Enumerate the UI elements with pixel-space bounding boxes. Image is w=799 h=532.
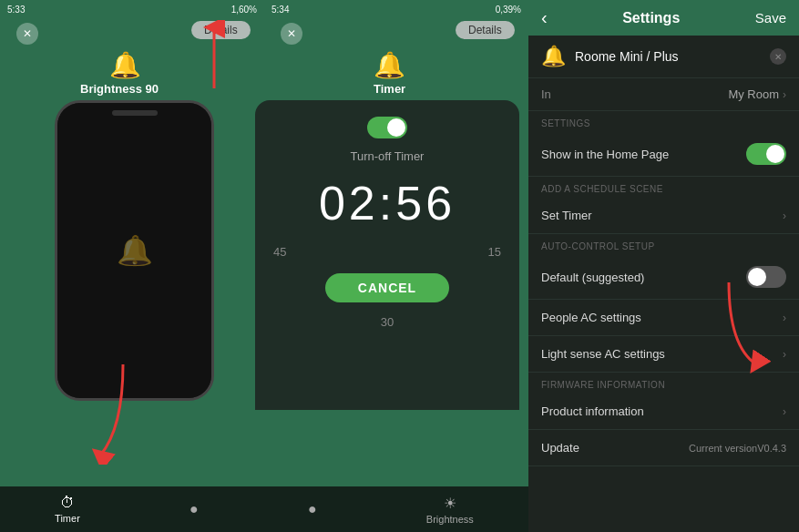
back-button[interactable]: ‹ [541,7,548,28]
left-panel: 5:33 1,60% 5:34 0,39% ✕ ✕ Details Detail… [0,0,528,532]
section-header-auto: AUTO-CONTROL SETUP [528,234,799,255]
close-button-1[interactable]: ✕ [16,23,38,45]
room-name: My Room [728,87,779,101]
show-home-toggle[interactable] [746,143,786,165]
in-label: In [541,87,551,101]
turn-off-timer-label: Turn-off Timer [351,149,425,163]
section-header-firmware: FIRMWARE INFORMATION [528,373,799,394]
status-bar-middle: 5:34 0,39% [264,0,528,18]
light-sense-row[interactable]: Light sense AC settings › [528,336,799,373]
device-name-input[interactable] [575,49,761,64]
phone-notch [112,110,158,116]
light-sense-label: Light sense AC settings [541,347,665,361]
people-ac-row[interactable]: People AC settings › [528,300,799,336]
brightness-label: Brightness 90 [80,82,159,96]
right-panel: ‹ Settings Save 🔔 ✕ In My Room › SETTING… [528,0,799,532]
in-value: My Room › [728,87,786,101]
cancel-button[interactable]: CANCEL [325,273,449,302]
product-info-chevron: › [783,405,786,418]
time-middle: 5:34 [271,5,289,15]
signal-middle: 0,39% [496,5,521,15]
clear-button[interactable]: ✕ [770,48,786,65]
update-label: Update [541,441,579,455]
product-info-label: Product information [541,404,644,418]
signal-left: 1,60% [231,5,257,15]
save-button[interactable]: Save [755,10,786,26]
close-button-2[interactable]: ✕ [281,23,302,45]
timer-panel: Turn-off Timer 02:56 45 15 CANCEL 30 [255,100,519,410]
device-name-row: 🔔 ✕ [528,36,799,78]
timer-tab-label: Timer [55,513,80,524]
timer-display: 02:56 [319,176,456,230]
in-chevron: › [783,88,786,101]
timer-tab-icon: ⏱ [60,495,75,511]
set-timer-chevron: › [783,210,786,222]
timer-num-right: 15 [488,245,501,259]
set-timer-row[interactable]: Set Timer › [528,198,799,234]
bell-icon-2: 🔔 [374,50,405,80]
phone-screen: 🔔 [57,103,211,398]
light-sense-chevron: › [783,348,786,361]
tab-brightness[interactable]: ☀ Brightness [426,495,474,525]
phone-frame: 🔔 [55,100,214,401]
status-bar-left: 5:33 1,60% [0,0,264,18]
tab-dot-1[interactable]: ● [190,501,199,517]
timer-num-bottom: 30 [381,315,394,329]
default-suggested-toggle[interactable] [746,266,786,288]
show-home-label: Show in the Home Page [541,148,669,161]
details-button-1[interactable]: Details [191,21,251,39]
people-ac-label: People AC settings [541,311,641,324]
people-ac-chevron: › [783,312,786,324]
default-suggested-row: Default (suggested) [528,255,799,300]
timer-num-left: 45 [273,245,286,259]
dot-1-icon: ● [190,501,199,517]
update-row: Update Current versionV0.4.3 [528,430,799,466]
product-info-row[interactable]: Product information › [528,394,799,430]
section-header-settings: SETTINGS [528,111,799,132]
section-header-schedule: ADD A SCHEDULE SCENE [528,177,799,198]
time-left: 5:33 [7,5,25,15]
brightness-tab-label: Brightness [426,514,474,525]
settings-title: Settings [622,10,680,26]
settings-header: ‹ Settings Save [528,0,799,36]
brightness-tab-icon: ☀ [444,495,456,512]
default-suggested-label: Default (suggested) [541,271,644,284]
set-timer-label: Set Timer [541,209,592,222]
details-button-2[interactable]: Details [456,21,515,39]
tab-dot-2[interactable]: ● [308,501,317,517]
bottom-bar: ⏱ Timer ● ● ☀ Brightness [0,486,528,532]
show-home-row: Show in the Home Page [528,132,799,177]
dot-2-icon: ● [308,501,317,517]
device-icon: 🔔 [541,45,566,68]
bell-icon-1: 🔔 [109,50,141,80]
timer-label-top: Timer [374,82,405,96]
in-row[interactable]: In My Room › [528,78,799,111]
timer-numbers-row: 45 15 [255,245,519,259]
tab-timer[interactable]: ⏱ Timer [55,495,80,524]
update-value: Current versionV0.4.3 [689,443,786,454]
timer-toggle[interactable] [367,117,407,138]
phone-inner-icon: 🔔 [117,233,153,268]
